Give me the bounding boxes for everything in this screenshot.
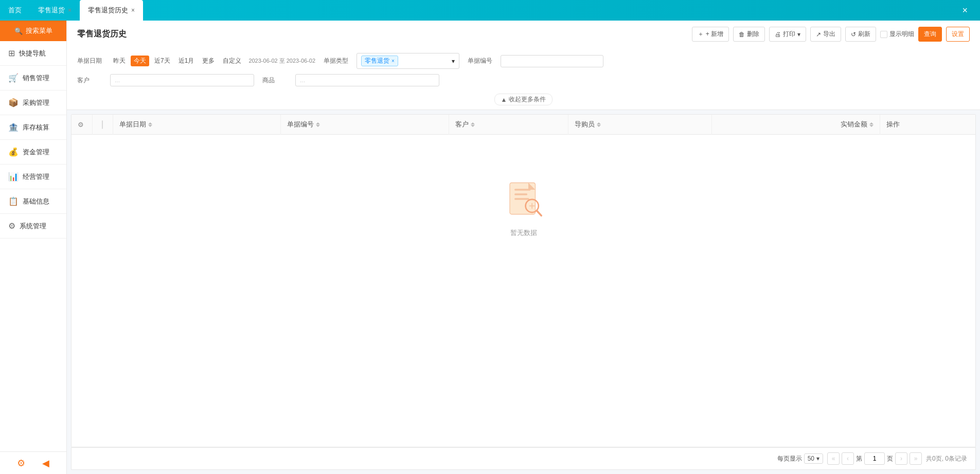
sidebar-item-sales-label: 销售管理 bbox=[23, 74, 49, 83]
show-detail-toggle[interactable]: 显示明细 bbox=[880, 30, 914, 39]
window-close-button[interactable]: × bbox=[958, 5, 972, 16]
guide-sort-up bbox=[597, 122, 601, 124]
sidebar-item-purchase-mgmt[interactable]: 📦 采购管理 bbox=[0, 90, 66, 115]
page-title-row: 零售退货历史 ＋ + 新增 🗑 删除 🖨 打印 ▾ bbox=[77, 27, 970, 42]
sidebar-item-system[interactable]: ⚙ 系统管理 bbox=[0, 214, 66, 239]
th-no-sort[interactable]: 单据编号 bbox=[287, 120, 442, 129]
date-options: 昨天 今天 近7天 近1月 更多 自定义 2023-06-02 至 2023-0… bbox=[110, 56, 315, 66]
no-sort-up bbox=[316, 122, 320, 124]
content-area: 零售退货历史 ＋ + 新增 🗑 删除 🖨 打印 ▾ bbox=[67, 21, 980, 474]
page-size-dropdown-icon: ▾ bbox=[816, 455, 819, 462]
empty-state: 暂无数据 bbox=[72, 135, 975, 279]
page-size-box[interactable]: 50 ▾ bbox=[804, 453, 823, 464]
show-detail-checkbox[interactable] bbox=[880, 31, 887, 38]
sidebar-item-finance[interactable]: 💰 资金管理 bbox=[0, 140, 66, 165]
th-action: 操作 bbox=[880, 115, 975, 135]
sidebar-item-finance-label: 资金管理 bbox=[23, 148, 49, 157]
next-page-button[interactable]: › bbox=[895, 452, 907, 465]
select-all-checkbox[interactable] bbox=[102, 120, 103, 129]
date-sort-arrows bbox=[148, 122, 152, 127]
top-bar-right: × bbox=[958, 5, 980, 16]
table-body: 暂无数据 bbox=[72, 135, 975, 279]
toolbar: ＋ + 新增 🗑 删除 🖨 打印 ▾ ↗ 导出 bbox=[692, 27, 970, 42]
voucher-no-label: 单据编号 bbox=[468, 57, 492, 65]
goods-filter-label: 商品 bbox=[262, 76, 287, 85]
tab-home-label: 首页 bbox=[8, 6, 22, 15]
date-range-text: 2023-06-02 至 2023-06-02 bbox=[248, 57, 315, 65]
tab-retail-return-history-close[interactable]: × bbox=[131, 7, 135, 14]
th-guide-sort[interactable]: 导购员 bbox=[575, 120, 705, 129]
collapse-sidebar-icon[interactable]: ◀ bbox=[42, 458, 49, 469]
sidebar-item-sales-mgmt[interactable]: 🛒 销售管理 bbox=[0, 66, 66, 90]
date-opt-today[interactable]: 今天 bbox=[131, 56, 149, 66]
date-opt-1month[interactable]: 近1月 bbox=[175, 56, 198, 66]
delete-button[interactable]: 🗑 删除 bbox=[733, 27, 765, 42]
th-customer-sort[interactable]: 客户 bbox=[455, 120, 561, 129]
collapse-bar: ▲ 收起更多条件 bbox=[77, 92, 970, 110]
voucher-type-tag-close[interactable]: × bbox=[391, 58, 395, 64]
tab-retail-return-history[interactable]: 零售退货历史 × bbox=[80, 0, 143, 21]
page-total: 共0页, 0条记录 bbox=[926, 454, 967, 463]
date-opt-custom[interactable]: 自定义 bbox=[220, 56, 244, 66]
print-button[interactable]: 🖨 打印 ▾ bbox=[769, 27, 806, 42]
th-no-label: 单据编号 bbox=[287, 120, 314, 129]
date-opt-more[interactable]: 更多 bbox=[199, 56, 218, 66]
date-sort-up bbox=[148, 122, 152, 124]
voucher-no-input[interactable] bbox=[501, 55, 603, 67]
page-title: 零售退货历史 bbox=[77, 29, 127, 40]
sidebar-search-label: 搜索菜单 bbox=[26, 26, 52, 35]
page-number-input[interactable] bbox=[864, 452, 885, 465]
column-settings-icon[interactable]: ⚙ bbox=[78, 121, 84, 129]
purchase-icon: 📦 bbox=[8, 98, 19, 107]
new-icon: ＋ bbox=[698, 30, 704, 39]
data-table: ⚙ 单据日期 bbox=[72, 115, 975, 279]
voucher-type-select[interactable]: 零售退货 × ▾ bbox=[357, 53, 459, 69]
top-bar: 首页 零售退货 × 零售退货历史 × × bbox=[0, 0, 980, 21]
sidebar-bottom: ⚙ ◀ bbox=[0, 451, 66, 474]
page-chapter-label: 第 bbox=[856, 454, 862, 463]
tab-home[interactable]: 首页 bbox=[0, 0, 30, 21]
page-label: 页 bbox=[887, 454, 893, 463]
new-button[interactable]: ＋ + 新增 bbox=[692, 27, 729, 42]
settings-bottom-icon[interactable]: ⚙ bbox=[17, 458, 25, 469]
sidebar-item-inventory[interactable]: 🏦 库存核算 bbox=[0, 115, 66, 140]
th-date-sort[interactable]: 单据日期 bbox=[119, 120, 275, 129]
last-page-button[interactable]: » bbox=[910, 452, 922, 465]
basic-info-icon: 📋 bbox=[8, 196, 19, 206]
operation-icon: 📊 bbox=[8, 172, 19, 181]
query-button[interactable]: 查询 bbox=[918, 27, 942, 42]
sidebar-item-basic-info[interactable]: 📋 基础信息 bbox=[0, 189, 66, 214]
date-opt-7days[interactable]: 近7天 bbox=[151, 56, 173, 66]
export-label: 导出 bbox=[823, 30, 835, 39]
voucher-type-dropdown-icon: ▾ bbox=[452, 58, 455, 65]
customer-sort-arrows bbox=[471, 122, 475, 127]
refresh-icon: ↺ bbox=[851, 31, 856, 38]
tab-retail-return-close[interactable]: × bbox=[68, 7, 72, 14]
sidebar-item-operation-label: 经营管理 bbox=[23, 172, 49, 181]
tab-retail-return[interactable]: 零售退货 × bbox=[30, 0, 80, 21]
empty-state-row: 暂无数据 bbox=[72, 135, 975, 279]
sidebar-item-operation[interactable]: 📊 经营管理 bbox=[0, 165, 66, 189]
first-page-button[interactable]: « bbox=[827, 452, 840, 465]
voucher-type-tag: 零售退货 × bbox=[361, 56, 398, 66]
th-date: 单据日期 bbox=[113, 115, 281, 135]
refresh-button[interactable]: ↺ 刷新 bbox=[845, 27, 876, 42]
svg-rect-3 bbox=[514, 198, 529, 200]
quick-nav-icon: ⊞ bbox=[8, 48, 15, 58]
sidebar-search[interactable]: 🔍 搜索菜单 bbox=[0, 21, 66, 41]
system-icon: ⚙ bbox=[8, 221, 15, 231]
collapse-button[interactable]: ▲ 收起更多条件 bbox=[494, 94, 553, 105]
goods-input[interactable]: ... bbox=[295, 74, 439, 86]
prev-page-button[interactable]: ‹ bbox=[842, 452, 854, 465]
settings-button[interactable]: 设置 bbox=[946, 27, 970, 42]
amount-sort-arrows bbox=[869, 122, 874, 127]
empty-text: 暂无数据 bbox=[510, 228, 537, 238]
inventory-icon: 🏦 bbox=[8, 122, 19, 132]
customer-input[interactable]: ... bbox=[110, 74, 254, 86]
export-button[interactable]: ↗ 导出 bbox=[810, 27, 841, 42]
sidebar-item-quick-nav[interactable]: ⊞ 快捷导航 bbox=[0, 41, 66, 66]
date-opt-yesterday[interactable]: 昨天 bbox=[110, 56, 129, 66]
export-icon: ↗ bbox=[816, 31, 821, 38]
th-customer-label: 客户 bbox=[455, 120, 469, 129]
th-amount-sort[interactable]: 实销金额 bbox=[718, 120, 874, 129]
